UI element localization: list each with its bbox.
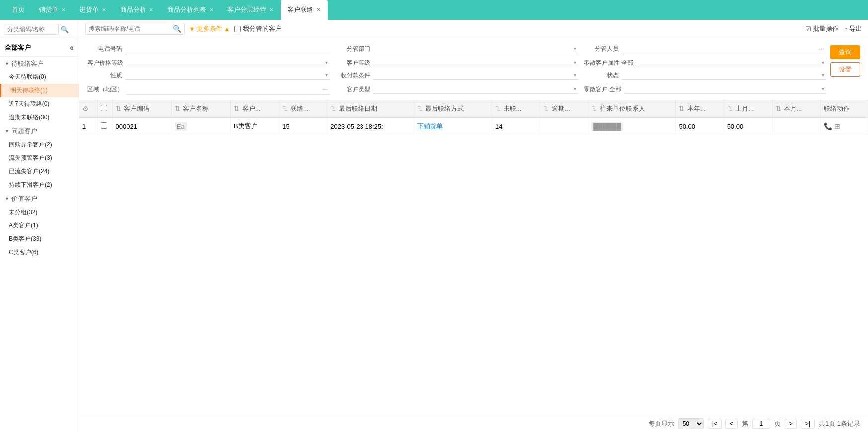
nav-home[interactable]: 首页 [5, 0, 32, 20]
filter-customer-type-select[interactable]: ▾ [373, 85, 578, 94]
col-actions: 联络动作 [820, 100, 868, 118]
sort-icon: ⇅ [776, 105, 781, 112]
row-type: B类客户 [231, 118, 279, 135]
first-page-button[interactable]: |< [708, 419, 722, 429]
col-contact-num-label: 联络... [290, 105, 309, 112]
total-label: 共1页 1条记录 [819, 419, 860, 428]
col-overdue[interactable]: ⇅ 逾期... [540, 100, 588, 118]
sort-icon: ⇅ [175, 105, 180, 112]
col-name[interactable]: ⇅ 客户名称 [171, 100, 230, 118]
gear-icon[interactable]: ⚙ [82, 105, 89, 113]
filter-customer-level: 客户等级 ▾ [336, 58, 578, 67]
sidebar-item-class-c[interactable]: C类客户(6) [0, 246, 79, 259]
row-last-month: 50.00 [724, 118, 772, 135]
query-button[interactable]: 查询 [830, 45, 860, 59]
col-contact-num[interactable]: ⇅ 联络... [279, 100, 327, 118]
sidebar-item-class-a[interactable]: A类客户(1) [0, 219, 79, 232]
filter-dept-label: 分管部门 [336, 45, 370, 53]
row-select-checkbox[interactable] [101, 122, 107, 129]
last-page-button[interactable]: >| [801, 419, 815, 429]
sidebar-item-churned[interactable]: 已流失客户(24) [0, 165, 79, 178]
sort-icon: ⇅ [727, 105, 733, 112]
sidebar-all-customers[interactable]: 全部客户 « [0, 39, 79, 57]
filter-phone-input[interactable] [125, 44, 330, 54]
sidebar-item-7days[interactable]: 近7天待联络(0) [0, 97, 79, 111]
filter-region-dots[interactable]: ··· [322, 85, 328, 93]
row-unlink-days: 14 [492, 118, 540, 135]
sidebar-item-tomorrow[interactable]: 明天待联络(1) [0, 84, 79, 97]
nav-customer-layer[interactable]: 客户分层经营 ✕ [220, 0, 281, 20]
batch-action[interactable]: ☑ 批量操作 [805, 24, 839, 33]
sort-icon: ⇅ [591, 105, 597, 112]
filter-person-dots[interactable]: ··· [819, 45, 824, 52]
col-code-label: 客户编码 [124, 105, 149, 112]
sidebar-item-declining[interactable]: 持续下滑客户(2) [0, 178, 79, 192]
col-gear[interactable]: ⚙ [79, 100, 97, 118]
nav-analysis-list[interactable]: 商品分析列表 ✕ [160, 0, 220, 20]
prev-page-button[interactable]: < [725, 419, 738, 429]
collapse-icon[interactable]: « [70, 43, 74, 52]
select-all-checkbox[interactable] [101, 105, 107, 111]
close-icon[interactable]: ✕ [149, 7, 153, 13]
col-last-date[interactable]: ⇅ 最后联络日期 [327, 100, 414, 118]
filter-customer-type: 客户类型 ▾ [336, 85, 578, 94]
export-action[interactable]: ↑ 导出 [845, 24, 863, 33]
row-action-menu[interactable]: ⊞ [834, 122, 840, 130]
main-layout: 🔍 全部客户 « 待联络客户 今天待联络(0) 明天待联络(1) 近7天待联络(… [0, 20, 868, 432]
set-button[interactable]: 设置 [830, 62, 860, 77]
sidebar-item-repurchase[interactable]: 回购异常客户(2) [0, 138, 79, 151]
sidebar-search-input[interactable] [4, 24, 59, 35]
sort-icon: ⇅ [495, 105, 501, 112]
customer-table: ⚙ ⇅ 客户编码 ⇅ 客户名称 [79, 100, 868, 135]
col-this-year[interactable]: ⇅ 本年... [676, 100, 724, 118]
toolbar: 🔍 ▼ 更多条件 ▲ 我分管的客户 ☑ 批量操作 ↑ 导出 [79, 20, 868, 38]
more-filter-button[interactable]: ▼ 更多条件 ▲ [189, 24, 230, 33]
close-icon[interactable]: ✕ [61, 7, 66, 13]
page-number-input[interactable] [752, 419, 770, 429]
next-page-button[interactable]: > [785, 419, 797, 429]
nav-analysis[interactable]: 商品分析 ✕ [113, 0, 160, 20]
filter-retail-customer-select[interactable]: ▾ [624, 85, 826, 94]
filter-status-select[interactable]: ▾ [622, 71, 826, 80]
filter-retail-attr-select[interactable]: ▾ [636, 58, 826, 67]
last-way-link[interactable]: 下销货单 [417, 122, 443, 130]
search-button[interactable]: 🔍 [173, 25, 181, 33]
filter-region: 区域（地区） ··· [87, 84, 330, 95]
filter-payment-select[interactable]: ▾ [373, 71, 578, 80]
col-last-way[interactable]: ⇅ 最后联络方式 [414, 100, 492, 118]
row-code: 000021 [112, 118, 171, 135]
col-type[interactable]: ⇅ 客户... [231, 100, 279, 118]
col-last-month[interactable]: ⇅ 上月... [724, 100, 772, 118]
filter-dept-select[interactable]: ▾ [373, 44, 578, 53]
sidebar-item-today[interactable]: 今天待联络(0) [0, 71, 79, 84]
close-icon[interactable]: ✕ [269, 7, 274, 13]
chevron-down-icon: ▾ [822, 72, 824, 78]
nav-customer-contact[interactable]: 客户联络 ✕ [281, 0, 328, 20]
row-link-person: ██████ [588, 118, 676, 135]
close-icon[interactable]: ✕ [316, 7, 321, 13]
table-header-row: ⚙ ⇅ 客户编码 ⇅ 客户名称 [79, 100, 868, 118]
search-input[interactable] [89, 25, 173, 32]
col-this-month[interactable]: ⇅ 本月... [772, 100, 820, 118]
filter-nature-select[interactable]: ▾ [125, 71, 330, 80]
filter-price-level-select[interactable]: ▾ [126, 58, 330, 67]
my-customer-check[interactable] [234, 26, 241, 32]
filter-retail-attr: 零散客户属性 全部 ▾ [584, 58, 826, 67]
nav-purchase[interactable]: 进货单 ✕ [72, 0, 113, 20]
close-icon[interactable]: ✕ [102, 7, 106, 13]
col-unlink[interactable]: ⇅ 未联... [492, 100, 540, 118]
col-code[interactable]: ⇅ 客户编码 [112, 100, 171, 118]
sidebar-item-ungrouped[interactable]: 未分组(32) [0, 206, 79, 219]
sidebar-item-overdue[interactable]: 逾期未联络(30) [0, 111, 79, 124]
col-link-person[interactable]: ⇅ 往来单位联系人 [588, 100, 676, 118]
my-customer-checkbox[interactable]: 我分管的客户 [234, 24, 282, 33]
filter-customer-level-select[interactable]: ▾ [373, 58, 578, 67]
sidebar-item-class-b[interactable]: B类客户(33) [0, 232, 79, 246]
filter-retail-customer-label: 零散客户 全部 [584, 85, 621, 94]
row-action-call[interactable]: 📞 [824, 122, 832, 130]
per-page-select[interactable]: 50 100 200 [678, 418, 704, 429]
search-icon[interactable]: 🔍 [61, 26, 69, 33]
nav-sales[interactable]: 销货单 ✕ [32, 0, 72, 20]
sidebar-item-churn-warn[interactable]: 流失预警客户(3) [0, 151, 79, 165]
close-icon[interactable]: ✕ [209, 7, 214, 13]
